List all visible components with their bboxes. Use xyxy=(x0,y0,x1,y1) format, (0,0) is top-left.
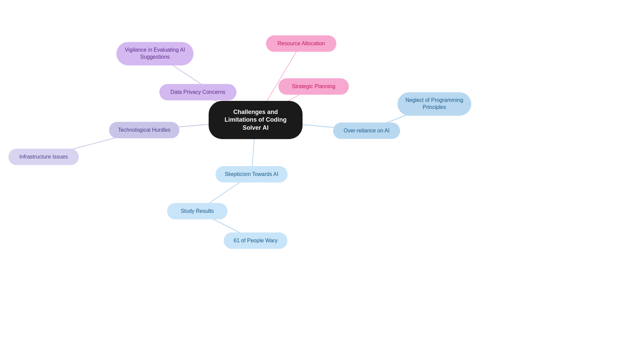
node-strategic-planning[interactable]: Strategic Planning xyxy=(278,78,349,95)
node-vigilance[interactable]: Vigilance in Evaluating AI Suggestions xyxy=(116,42,194,65)
node-technological-hurdles[interactable]: Technological Hurdles xyxy=(109,122,179,138)
node-infrastructure-issues[interactable]: Infrastructure Issues xyxy=(8,149,79,165)
node-neglect-programming[interactable]: Neglect of Programming Principles xyxy=(397,92,471,116)
node-study-results[interactable]: Study Results xyxy=(167,203,227,220)
node-skepticism[interactable]: Skepticism Towards AI xyxy=(216,166,288,183)
node-over-reliance[interactable]: Over-reliance on AI xyxy=(333,123,400,139)
center-node[interactable]: Challenges and Limitations of Coding Sol… xyxy=(209,101,303,139)
node-people-wary[interactable]: 61 of People Wary xyxy=(224,233,287,249)
node-data-privacy[interactable]: Data Privacy Concerns xyxy=(159,84,236,101)
node-resource-allocation[interactable]: Resource Allocation xyxy=(266,36,336,52)
